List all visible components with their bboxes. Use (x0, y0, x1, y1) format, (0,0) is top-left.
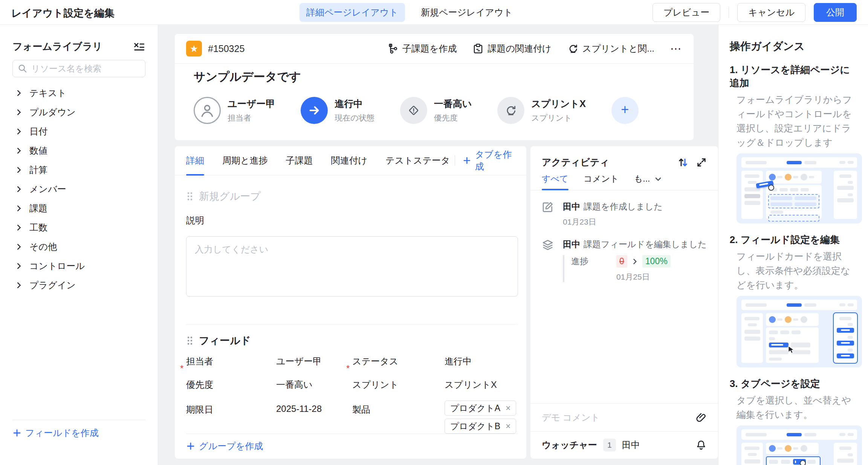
activity-date: 01月25日 (616, 272, 707, 282)
guidance-step-1: 1. リソースを詳細ページに追加 フォームライブラリからフィールドやコントロール… (730, 63, 856, 223)
search-input[interactable] (31, 64, 140, 74)
tab-cycle-progress[interactable]: 周期と進捗 (222, 146, 268, 175)
sidebar-item-calc[interactable]: 計算 (12, 160, 145, 179)
guidance-illustration-2 (737, 296, 862, 367)
watcher-label: ウォッチャー (542, 439, 597, 451)
product-tag[interactable]: プロダクトB× (445, 419, 516, 434)
activity-user[interactable]: 田中 (563, 239, 580, 249)
create-field-button[interactable]: フィールドを作成 (12, 427, 99, 439)
guidance-illustration-1 (737, 153, 862, 223)
sidebar-item-member[interactable]: メンバー (12, 179, 145, 199)
field-label-sprint[interactable]: スプリント (352, 373, 445, 396)
collapse-panel-icon[interactable] (133, 40, 145, 53)
issue-title: サンプルデータです (194, 69, 682, 85)
sidebar-item-control[interactable]: コントロール (12, 256, 145, 275)
search-icon (18, 64, 28, 73)
page-title: レイアウト設定を編集 (11, 6, 115, 20)
field-value-sprint[interactable]: スプリントX (445, 373, 518, 396)
change-arrow-icon (631, 258, 639, 265)
bell-icon[interactable] (695, 439, 707, 451)
field-label-status[interactable]: *ステータス (352, 350, 445, 373)
required-asterisk: * (180, 363, 183, 374)
comment-input[interactable]: デモ コメント (530, 403, 718, 431)
chevron-right-icon (15, 281, 23, 289)
tab-detail-page-layout[interactable]: 詳細ページレイアウト (300, 3, 405, 22)
field-value-duedate[interactable]: 2025-11-28 (276, 396, 352, 434)
attr-assignee[interactable]: ユーザー甲 担当者 (194, 97, 275, 124)
sidebar-item-issue[interactable]: 課題 (12, 199, 145, 218)
chevron-right-icon (15, 185, 23, 193)
field-value-status[interactable]: 進行中 (445, 350, 518, 373)
field-label-duedate[interactable]: 期限日 (186, 396, 276, 434)
layout-tabs: 詳細ページレイアウト 新規ページレイアウト (300, 3, 520, 22)
sidebar-item-plugin[interactable]: プラグイン (12, 275, 145, 295)
activity-tab-all[interactable]: すべて (542, 173, 568, 190)
attachment-icon[interactable] (695, 412, 707, 423)
cancel-button[interactable]: キャンセル (737, 3, 805, 22)
old-value: 0 (616, 255, 627, 268)
field-label-product[interactable]: 製品 (352, 396, 445, 434)
description-textarea[interactable] (186, 236, 518, 297)
watcher-count-badge: 1 (603, 439, 616, 451)
remove-tag-icon[interactable]: × (506, 421, 510, 431)
preview-button[interactable]: プレビュー (653, 3, 720, 22)
plus-icon (186, 442, 195, 451)
attr-sprint[interactable]: スプリントX スプリント (497, 97, 586, 124)
sprint-icon (497, 97, 524, 124)
fields-group-title: フィールド (199, 334, 251, 347)
layers-icon (542, 239, 554, 282)
sprint-relate-button[interactable]: スプリントと関... (567, 43, 654, 55)
attr-priority[interactable]: 一番高い 優先度 (400, 97, 472, 124)
field-label-priority[interactable]: 優先度 (186, 373, 276, 396)
group-name-placeholder[interactable]: 新規グループ (199, 190, 261, 203)
tab-subissues[interactable]: 子課題 (286, 146, 313, 175)
publish-button[interactable]: 公開 (814, 3, 857, 22)
tab-new-page-layout[interactable]: 新規ページレイアウト (414, 3, 520, 22)
activity-user[interactable]: 田中 (563, 202, 580, 211)
attr-status[interactable]: 進行中 現在の状態 (301, 97, 374, 124)
page-body: フォームライブラリ テキスト プルダウン 日付 数値 計算 メンバー 課題 工 (0, 25, 868, 465)
tab-relations[interactable]: 関連付け (331, 146, 368, 175)
sort-order-icon[interactable] (677, 157, 689, 168)
sidebar-item-workload[interactable]: 工数 (12, 218, 145, 237)
more-actions-icon[interactable]: ⋯ (670, 45, 682, 52)
new-value: 100% (642, 255, 671, 268)
field-value-product[interactable]: プロダクトA× プロダクトB× (445, 396, 518, 434)
fields-group-header[interactable]: フィールド (186, 334, 518, 347)
sidebar-item-number[interactable]: 数値 (12, 141, 145, 160)
drag-handle-icon (186, 191, 194, 201)
group-header[interactable]: 新規グループ (186, 190, 518, 203)
topbar-actions: プレビュー キャンセル 公開 (653, 3, 857, 22)
subissue-icon (387, 43, 399, 54)
activity-tab-comments[interactable]: コメント (584, 173, 619, 190)
create-group-button[interactable]: グループを作成 (186, 440, 263, 452)
activity-tab-more[interactable]: も... (634, 173, 663, 190)
field-label-assignee[interactable]: *担当者 (186, 350, 276, 373)
comment-placeholder: デモ コメント (542, 411, 600, 424)
sidebar-item-text[interactable]: テキスト (12, 83, 145, 102)
topbar: レイアウト設定を編集 詳細ページレイアウト 新規ページレイアウト プレビュー キ… (0, 0, 868, 25)
sidebar-item-date[interactable]: 日付 (12, 122, 145, 141)
watcher-name[interactable]: 田中 (622, 439, 640, 451)
topbar-separator (729, 7, 729, 18)
add-attribute-button[interactable]: + (611, 97, 639, 124)
create-tab-button[interactable]: タブを作成 (463, 148, 515, 173)
relate-issue-button[interactable]: 課題の関連付け (472, 43, 551, 55)
issue-card-toolbar: ★ #150325 子課題を作成 課題の関連付け スプリントと関... (175, 34, 694, 64)
tab-detail[interactable]: 詳細 (186, 146, 204, 175)
field-value-priority[interactable]: 一番高い (276, 373, 352, 396)
create-subissue-button[interactable]: 子課題を作成 (387, 43, 457, 55)
chevron-right-icon (15, 108, 23, 116)
sidebar-item-other[interactable]: その他 (12, 237, 145, 256)
product-tag[interactable]: プロダクトA× (445, 401, 516, 416)
sidebar-item-dropdown[interactable]: プルダウン (12, 102, 145, 122)
resource-search (12, 60, 145, 77)
fields-divider (186, 434, 518, 434)
expand-panel-icon[interactable] (696, 157, 707, 168)
issue-id: #150325 (208, 43, 245, 54)
tab-test-status[interactable]: テストステータス (385, 146, 449, 175)
detail-tab-card: 詳細 周期と進捗 子課題 関連付け テストステータス タブを作成 新規グループ (175, 146, 526, 459)
field-value-assignee[interactable]: ユーザー甲 (276, 350, 352, 373)
activity-panel: アクティビティ すべて コメント も... (530, 146, 718, 459)
remove-tag-icon[interactable]: × (506, 403, 510, 413)
